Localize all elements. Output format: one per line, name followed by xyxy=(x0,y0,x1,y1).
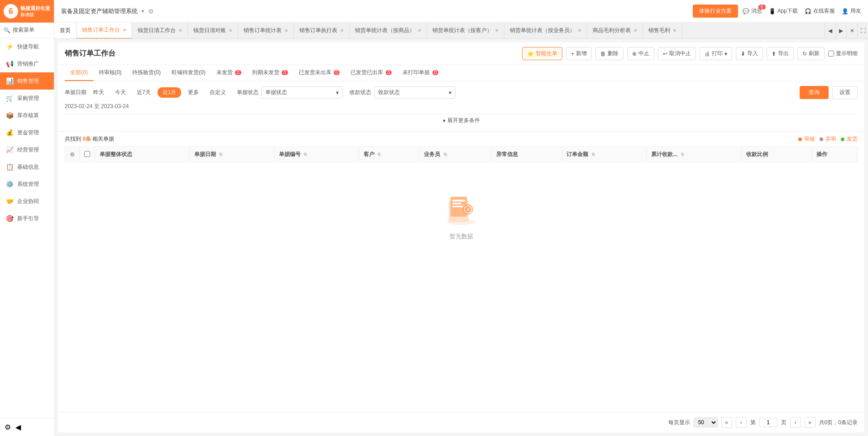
show-detail-input[interactable] xyxy=(828,51,834,57)
sub-tab-all[interactable]: 全部(0) xyxy=(65,65,93,81)
sidebar-item-finance[interactable]: 💰 资金管理 xyxy=(0,124,54,141)
prev-page-btn[interactable]: ‹ xyxy=(736,417,747,428)
sub-tab-overdue[interactable]: 到期未发货 0 xyxy=(247,65,293,81)
ship-action[interactable]: 发货 xyxy=(841,135,858,143)
th-collected[interactable]: 累计收款... ⇅ xyxy=(647,147,742,162)
sidebar-item-collab[interactable]: 🤝 企业协同 xyxy=(0,193,54,210)
tab-summary-product-close[interactable]: ✕ xyxy=(417,28,421,33)
date-btn-today[interactable]: 今天 xyxy=(111,87,130,98)
tab-sales-stat[interactable]: 销售订单统计表 ✕ xyxy=(238,23,294,39)
tab-margin-label: 商品毛利分析表 xyxy=(593,27,631,34)
date-btn-yesterday[interactable]: 昨天 xyxy=(89,87,108,98)
collapse-icon[interactable]: ◀ xyxy=(15,423,21,431)
tab-summary-staff-close[interactable]: ✕ xyxy=(578,28,581,33)
sidebar-item-marketing[interactable]: 📢 营销推广 xyxy=(0,55,54,72)
date-btn-1month[interactable]: 近1月 xyxy=(158,87,182,98)
smart-create-button[interactable]: ⭐ 智能生单 xyxy=(522,47,562,60)
sub-tab-wangpu[interactable]: 旺铺待发货(0) xyxy=(166,65,211,81)
th-staff[interactable]: 业务员 ⇅ xyxy=(419,147,492,162)
import-button[interactable]: ⬇ 导入 xyxy=(736,47,763,60)
select-all-checkbox[interactable] xyxy=(84,151,90,157)
tab-sales-profit[interactable]: 销售毛利 ✕ xyxy=(643,23,682,39)
message-action[interactable]: 💬 6 消息 xyxy=(743,7,762,15)
tab-sales-profit-close[interactable]: ✕ xyxy=(673,28,676,33)
page-size-select[interactable]: 50 10 20 100 xyxy=(694,417,718,427)
sidebar-item-quick-nav[interactable]: ⚡ 快捷导航 xyxy=(0,38,54,55)
sidebar-item-operations[interactable]: 📈 经营管理 xyxy=(0,141,54,158)
cancel-action[interactable]: 弃审 xyxy=(820,135,836,143)
th-ratio-label: 收款比例 xyxy=(746,151,768,157)
user-action[interactable]: 👤 用友 xyxy=(842,7,861,15)
sub-tab-not-shipped[interactable]: 未发货 0 xyxy=(211,65,247,81)
date-btn-more[interactable]: 更多 xyxy=(184,87,203,98)
th-date[interactable]: 单据日期 ⇅ xyxy=(189,147,274,162)
search-menu-label: 搜索菜单 xyxy=(13,26,34,34)
settings-gear-icon[interactable]: ⚙ xyxy=(148,8,154,15)
sidebar-item-purchase[interactable]: 🛒 采购管理 xyxy=(0,90,54,107)
tab-cash-daily[interactable]: 钱货日清工作台 ✕ xyxy=(132,23,188,39)
tab-summary-product[interactable]: 销货单统计表（按商品） ✕ xyxy=(350,23,427,39)
tab-cash-reconcile[interactable]: 钱货日清对账 ✕ xyxy=(188,23,238,39)
first-page-btn[interactable]: « xyxy=(721,417,732,428)
tab-home[interactable]: 首页 xyxy=(54,23,77,39)
tab-cash-reconcile-close[interactable]: ✕ xyxy=(229,28,232,33)
dropdown-icon[interactable]: ▾ xyxy=(141,8,144,14)
tab-close-all[interactable]: ✕ xyxy=(846,23,857,39)
sidebar-item-inventory[interactable]: 📦 库存核算 xyxy=(0,107,54,124)
th-settings[interactable]: ⚙ xyxy=(65,147,80,162)
solution-button[interactable]: 体验行业方案 xyxy=(693,5,738,18)
cancel-stop-button[interactable]: ↩ 取消中止 xyxy=(658,47,696,60)
expand-more-button[interactable]: ▾ 展开更多条件 xyxy=(443,117,480,124)
date-btn-custom[interactable]: 自定义 xyxy=(206,87,230,98)
user-icon: 👤 xyxy=(842,8,849,14)
th-customer[interactable]: 客户 ⇅ xyxy=(359,147,419,162)
tab-sales-order-close[interactable]: ✕ xyxy=(123,28,126,33)
tab-summary-customer[interactable]: 销货单统计表（按客户） ✕ xyxy=(427,23,504,39)
tab-summary-staff[interactable]: 销货单统计表（按业务员） ✕ xyxy=(504,23,587,39)
settings-button[interactable]: 设置 xyxy=(832,86,858,99)
tab-cash-daily-close[interactable]: ✕ xyxy=(178,28,182,33)
tab-margin-close[interactable]: ✕ xyxy=(633,28,637,33)
status-select[interactable]: 单据状态 ▾ xyxy=(261,86,343,99)
refresh-button[interactable]: ↻ 刷新 xyxy=(797,47,825,60)
tab-sales-order[interactable]: 销售订单工作台 ✕ xyxy=(77,23,132,39)
export-button[interactable]: ⬆ 导出 xyxy=(767,47,794,60)
app-download-action[interactable]: 📱 App下载 xyxy=(769,7,798,15)
tab-sales-stat-close[interactable]: ✕ xyxy=(284,28,288,33)
query-button[interactable]: 查询 xyxy=(800,86,829,99)
online-support-action[interactable]: 🎧 在线客服 xyxy=(805,7,835,15)
delete-button[interactable]: 🗑 删除 xyxy=(595,47,623,60)
sidebar-item-sales[interactable]: 📊 销售管理 xyxy=(0,72,54,90)
sub-tab-shipped-out[interactable]: 已发货已出库 0 xyxy=(345,65,397,81)
search-menu[interactable]: 🔍 搜索菜单 xyxy=(0,23,54,38)
sidebar-item-system[interactable]: ⚙️ 系统管理 xyxy=(0,175,54,193)
review-action[interactable]: 审核 xyxy=(798,135,815,143)
import-icon: ⬇ xyxy=(741,51,745,57)
sub-tab-shipped-not-out[interactable]: 已发货未出库 0 xyxy=(293,65,345,81)
sidebar-item-guide[interactable]: 🎯 新手引导 xyxy=(0,210,54,227)
stop-button[interactable]: ⊗ 中止 xyxy=(627,47,654,60)
show-detail-checkbox[interactable]: 显示明细 xyxy=(828,50,858,57)
last-page-btn[interactable]: » xyxy=(805,417,815,428)
page-number-input[interactable] xyxy=(759,418,777,427)
tab-prev-arrow[interactable]: ◀ xyxy=(825,23,835,39)
sub-tab-pending-inspection[interactable]: 待拣验货(0) xyxy=(127,65,166,81)
th-checkbox[interactable] xyxy=(80,147,95,162)
th-number[interactable]: 单据编号 ⇅ xyxy=(274,147,359,162)
tab-margin[interactable]: 商品毛利分析表 ✕ xyxy=(587,23,643,39)
tab-maximize[interactable]: ⛶ xyxy=(857,23,868,39)
th-amount[interactable]: 订单金额 ⇅ xyxy=(562,147,647,162)
next-page-btn[interactable]: › xyxy=(790,417,801,428)
sub-tab-not-printed[interactable]: 未打印单据 0 xyxy=(397,65,444,81)
print-button[interactable]: 🖨 打印 ▾ xyxy=(700,47,732,60)
sidebar-item-basic[interactable]: 📋 基础信息 xyxy=(0,158,54,175)
date-btn-7days[interactable]: 近7天 xyxy=(133,87,155,98)
tab-summary-customer-close[interactable]: ✕ xyxy=(495,28,499,33)
tab-next-arrow[interactable]: ▶ xyxy=(835,23,846,39)
tab-sales-exec-close[interactable]: ✕ xyxy=(340,28,344,33)
sub-tab-pending-review[interactable]: 待审核(0) xyxy=(93,65,127,81)
new-button[interactable]: + 新增 xyxy=(566,47,592,60)
settings-icon[interactable]: ⚙ xyxy=(5,423,11,431)
tab-sales-exec[interactable]: 销售订单执行表 ✕ xyxy=(294,23,350,39)
payment-select[interactable]: 收款状态 ▾ xyxy=(374,86,456,99)
